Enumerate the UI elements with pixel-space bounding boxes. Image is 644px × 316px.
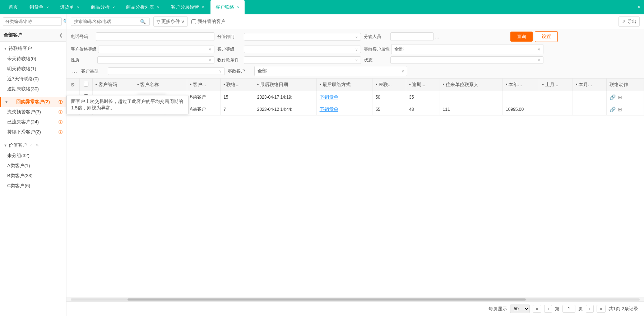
pending-contact-group-title[interactable]: ▼ 待联络客户 bbox=[0, 43, 66, 54]
row2-grid-icon[interactable]: ⊞ bbox=[618, 107, 622, 112]
person-input[interactable] bbox=[390, 32, 434, 41]
sidebar-item-overdue-contact[interactable]: 逾期未联络(30) bbox=[0, 84, 66, 94]
row2-action-icons: 🔗 ⊞ bbox=[610, 107, 641, 112]
row1-category: B类客户 bbox=[187, 91, 221, 103]
th-unit-contact: • 往来单位联系人 bbox=[440, 79, 502, 91]
th-not-contacted: • 未联... bbox=[372, 79, 406, 91]
sidebar-search-area: 🔍 bbox=[0, 14, 66, 29]
payment-field: 收付款条件 ∨ bbox=[217, 56, 361, 64]
sidebar-item-class-b[interactable]: B类客户(33) bbox=[0, 171, 66, 181]
payment-select[interactable]: ∨ bbox=[244, 56, 361, 64]
close-all-tabs-button[interactable]: × bbox=[637, 4, 640, 10]
row1-this-month bbox=[573, 91, 607, 103]
sidebar-search-icon[interactable]: 🔍 bbox=[63, 19, 66, 24]
last-page-button[interactable]: » bbox=[597, 305, 606, 313]
close-tab-customer-contact[interactable]: × bbox=[237, 0, 239, 14]
page-label: 第 bbox=[555, 306, 560, 312]
advanced-filter-panel: 电话号码 分管部门 ∨ 分管人员 ... 查询 设置 bbox=[66, 29, 644, 79]
tab-sales-order[interactable]: 销货单 × bbox=[24, 0, 54, 14]
th-overdue: • 逾期... bbox=[406, 79, 440, 91]
sidebar-item-churn-warning[interactable]: 流失预警客户(3) ⓘ bbox=[0, 107, 66, 117]
row2-contact-method-link[interactable]: 下销货单 bbox=[320, 107, 338, 112]
query-button[interactable]: 查询 bbox=[510, 32, 533, 42]
value-customers-label: 价值客户 bbox=[9, 142, 27, 148]
more-conditions-button[interactable]: ▽ 更多条件 ∨ bbox=[153, 16, 188, 27]
tab-home[interactable]: 首页 bbox=[4, 0, 23, 14]
customer-level-select[interactable]: ∨ bbox=[244, 46, 361, 53]
person-ellipsis[interactable]: ... bbox=[435, 34, 439, 39]
category-search-input[interactable] bbox=[3, 17, 62, 26]
collapse-icon: ❮ bbox=[59, 33, 62, 38]
per-page-select[interactable]: 50 20 100 bbox=[510, 305, 530, 313]
sidebar-item-class-c[interactable]: C类客户(6) bbox=[0, 181, 66, 191]
sidebar-item-unclassified[interactable]: 未分组(32) bbox=[0, 151, 66, 161]
edit-pen-icon[interactable]: ✎ bbox=[36, 143, 39, 148]
close-tab-purchase[interactable]: × bbox=[77, 0, 79, 14]
close-tab-sales[interactable]: × bbox=[46, 0, 48, 14]
close-tab-product-list[interactable]: × bbox=[157, 0, 159, 14]
tab-customer-contact[interactable]: 客户联络 × bbox=[210, 0, 244, 14]
price-level-select[interactable]: ∨ bbox=[98, 46, 214, 53]
status-select[interactable]: ∨ bbox=[390, 56, 543, 64]
dots-expand-button[interactable]: ... bbox=[71, 68, 78, 74]
top-navigation: 首页 销货单 × 进货单 × 商品分析 × 商品分析列表 × 客户分层经营 × … bbox=[0, 0, 644, 14]
row2-not-contacted: 55 bbox=[372, 103, 406, 115]
tab-product-analysis-list[interactable]: 商品分析列表 × bbox=[121, 0, 164, 14]
retail-attr-select[interactable]: 全部 ∨ bbox=[391, 44, 543, 54]
row2-link-icon[interactable]: 🔗 bbox=[610, 107, 616, 112]
close-tab-customer-strat[interactable]: × bbox=[202, 0, 204, 14]
sidebar-item-today-pending[interactable]: 今天待联络(0) bbox=[0, 54, 66, 64]
my-customers-checkbox[interactable] bbox=[191, 19, 196, 24]
scrollbar-thumb[interactable] bbox=[128, 298, 526, 301]
th-this-month: • 本月... bbox=[573, 79, 607, 91]
main-layout: 🔍 全部客户 ❮ ▼ 待联络客户 今天待联络(0) 明天待联络(1) 近7天待联… bbox=[0, 14, 644, 316]
sidebar: 🔍 全部客户 ❮ ▼ 待联络客户 今天待联络(0) 明天待联络(1) 近7天待联… bbox=[0, 14, 66, 316]
set-button[interactable]: 设置 bbox=[535, 31, 558, 42]
edit-icon[interactable]: ○ bbox=[30, 143, 33, 147]
row2-last-contact-method: 下销货单 bbox=[316, 103, 372, 115]
tab-purchase-order[interactable]: 进货单 × bbox=[55, 0, 84, 14]
checkbox-column-header bbox=[79, 79, 92, 91]
export-button[interactable]: ↗ 导出 bbox=[618, 16, 640, 27]
row1-link-icon[interactable]: 🔗 bbox=[610, 94, 616, 100]
tab-customer-stratification[interactable]: 客户分层经营 × bbox=[166, 0, 209, 14]
select-all-checkbox[interactable] bbox=[84, 82, 88, 86]
phone-input[interactable] bbox=[96, 32, 214, 41]
row1-action: 🔗 ⊞ bbox=[606, 91, 644, 103]
row1-last-contact-date: 2023-04-17 14:19: bbox=[254, 91, 316, 103]
all-customers-header[interactable]: 全部客户 ❮ bbox=[0, 29, 66, 42]
scrollbar-track bbox=[71, 298, 640, 301]
customer-level-down-icon: ∨ bbox=[355, 47, 358, 51]
next-page-button[interactable]: › bbox=[586, 305, 594, 313]
sidebar-item-7day-pending[interactable]: 近7天待联络(0) bbox=[0, 74, 66, 84]
horizontal-scrollbar[interactable] bbox=[66, 297, 644, 301]
row1-contact-method-link[interactable]: 下销货单 bbox=[320, 94, 338, 100]
close-tab-product-analysis[interactable]: × bbox=[112, 0, 115, 14]
sidebar-item-class-a[interactable]: A类客户(1) bbox=[0, 161, 66, 171]
export-icon: ↗ bbox=[622, 19, 626, 24]
expand-icon-2: ▼ bbox=[5, 100, 8, 104]
dept-select[interactable]: ∨ bbox=[244, 33, 361, 41]
retail-customer-select[interactable]: 全部 ∨ bbox=[254, 66, 407, 76]
row2-last-month bbox=[539, 103, 573, 115]
sidebar-item-tomorrow-pending[interactable]: 明天待联络(1) bbox=[0, 64, 66, 74]
page-number-input[interactable] bbox=[562, 305, 575, 313]
first-page-button[interactable]: « bbox=[533, 305, 542, 313]
prev-page-button[interactable]: ‹ bbox=[544, 305, 552, 313]
sidebar-item-churned[interactable]: 已流失客户(24) ⓘ bbox=[0, 117, 66, 127]
tab-product-analysis[interactable]: 商品分析 × bbox=[86, 0, 120, 14]
table-settings-icon[interactable]: ⚙ bbox=[70, 82, 75, 88]
search-input[interactable] bbox=[74, 19, 139, 24]
price-down-icon: ∨ bbox=[209, 47, 211, 51]
gender-select[interactable]: ∨ bbox=[97, 56, 214, 64]
value-customers-group-title[interactable]: ▼ 价值客户 ○ ✎ bbox=[0, 140, 66, 151]
status-down-icon: ∨ bbox=[538, 58, 540, 62]
th-this-year: • 本年... bbox=[503, 79, 539, 91]
row1-grid-icon[interactable]: ⊞ bbox=[618, 94, 622, 100]
row1-action-icons: 🔗 ⊞ bbox=[610, 94, 641, 100]
price-level-field: 客户价格等级 ∨ bbox=[71, 46, 214, 53]
customer-type-select[interactable]: ∨ bbox=[108, 67, 225, 75]
repurchase-abnormal-group-title[interactable]: ▼ 回购异常客户(2) ⓘ bbox=[0, 97, 66, 107]
sidebar-item-declining[interactable]: 持续下滑客户(2) ⓘ bbox=[0, 127, 66, 137]
search-icon[interactable]: 🔍 bbox=[140, 19, 146, 24]
